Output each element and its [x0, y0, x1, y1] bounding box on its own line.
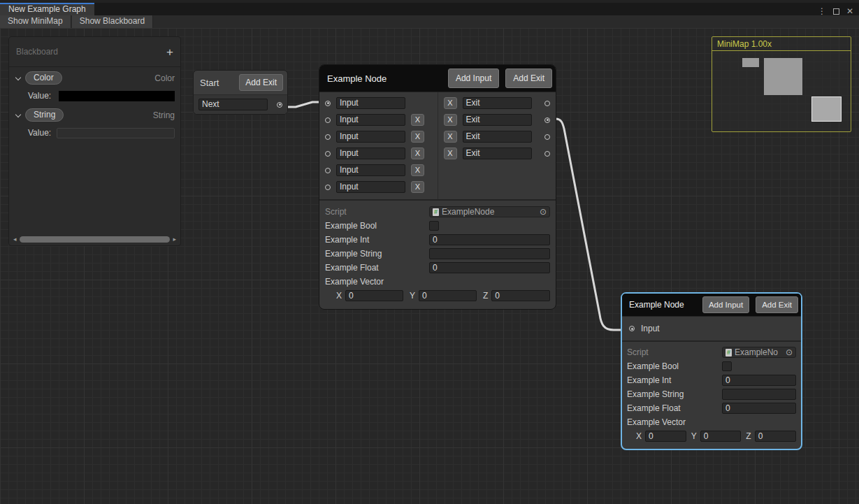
blackboard-panel[interactable]: Blackboard + Color Color Value: String S… [8, 36, 181, 246]
kebab-menu-icon[interactable]: ⋮ [818, 7, 826, 15]
add-input-button[interactable]: Add Input [702, 296, 749, 313]
bool-row: Example Bool [325, 219, 550, 233]
output-port[interactable] [544, 151, 550, 157]
script-object-name: ExampleNode [442, 207, 494, 217]
delete-exit-button[interactable]: X [444, 131, 457, 143]
add-exit-button[interactable]: Add Exit [505, 69, 552, 88]
tab-bar: New Example Graph ⋮ ✕ [0, 3, 859, 15]
exit-name-field[interactable]: Exit [463, 97, 532, 109]
show-minimap-button[interactable]: Show MiniMap [0, 15, 71, 28]
exit-name-field[interactable]: Exit [463, 147, 532, 159]
delete-input-button[interactable]: X [411, 181, 424, 193]
output-port[interactable] [544, 101, 550, 106]
delete-input-button[interactable]: X [411, 114, 424, 126]
object-picker-icon[interactable]: ⊙ [540, 208, 547, 216]
blackboard-horizontal-scrollbar[interactable]: ◂ ▸ [12, 236, 178, 243]
bool-checkbox[interactable] [429, 221, 439, 231]
vector-x-field[interactable]: 0 [345, 290, 403, 301]
vector-y-field[interactable]: 0 [419, 290, 477, 301]
input-port[interactable] [325, 168, 331, 173]
minimap-node-rect-start[interactable] [742, 58, 759, 67]
chevron-down-icon[interactable] [15, 111, 21, 117]
string-row: Example String [325, 247, 550, 261]
vector-z-field[interactable]: 0 [755, 431, 796, 442]
string-label: Example String [325, 249, 429, 259]
blackboard-string-value-row: Value: [9, 124, 180, 141]
exit-name-field[interactable]: Next [198, 99, 268, 110]
delete-exit-button[interactable]: X [444, 147, 457, 159]
scrollbar-thumb[interactable] [20, 236, 171, 243]
minimap-title: MiniMap 1.00x [712, 37, 851, 51]
exit-name-field[interactable]: Exit [463, 131, 532, 143]
delete-exit-button[interactable]: X [444, 97, 457, 109]
float-row: Example Float 0 [325, 261, 550, 275]
vector-z-field[interactable]: 0 [491, 290, 550, 301]
input-port[interactable] [325, 151, 331, 157]
input-port[interactable] [325, 134, 331, 140]
input-port[interactable] [629, 326, 635, 331]
output-port[interactable] [544, 117, 550, 123]
blackboard-add-button[interactable]: + [166, 46, 173, 58]
input-name-field[interactable]: Input [336, 181, 405, 193]
exit-name-field[interactable]: Exit [463, 114, 532, 126]
scroll-left-icon[interactable]: ◂ [12, 236, 18, 243]
blackboard-field-color[interactable]: Color Color [9, 69, 180, 87]
blackboard-field-name[interactable]: Color [25, 71, 62, 85]
input-port[interactable] [325, 117, 331, 123]
minimap-node-rect-node1[interactable] [764, 58, 802, 95]
delete-exit-button[interactable]: X [444, 114, 457, 126]
input-port[interactable] [325, 185, 331, 190]
string-field[interactable] [429, 248, 550, 259]
input-name-field[interactable]: Input [336, 97, 405, 109]
start-node[interactable]: Start Add Exit Next [193, 70, 288, 115]
minimap-panel[interactable]: MiniMap 1.00x [712, 36, 851, 132]
graph-canvas[interactable]: Blackboard + Color Color Value: String S… [0, 28, 859, 504]
input-name-field[interactable]: Input [336, 164, 405, 176]
script-object-field[interactable]: # ExampleNo ⊙ [722, 347, 796, 358]
delete-input-button[interactable]: X [411, 131, 424, 143]
string-value-field[interactable] [57, 128, 175, 138]
add-exit-button[interactable]: Add Exit [756, 296, 798, 313]
script-asset-icon: # [433, 208, 439, 216]
int-label: Example Int [325, 235, 429, 245]
close-icon[interactable]: ✕ [846, 7, 853, 15]
object-picker-icon[interactable]: ⊙ [786, 348, 793, 357]
maximize-icon[interactable] [833, 8, 839, 15]
bool-row: Example Bool [627, 359, 796, 373]
edge-node1-to-node2[interactable] [550, 119, 627, 330]
int-field[interactable]: 0 [722, 375, 796, 386]
input-name-field[interactable]: Input [336, 114, 405, 126]
blackboard-field-string[interactable]: String String [9, 106, 180, 124]
output-port[interactable] [544, 134, 550, 140]
vector-x-field[interactable]: 0 [645, 431, 686, 442]
add-input-button[interactable]: Add Input [448, 69, 499, 88]
example-node-1[interactable]: Example Node Add Input Add Exit Input In… [319, 64, 556, 310]
chevron-down-icon[interactable] [15, 74, 21, 80]
input-ports-column: Input Input X Input X Input X [319, 92, 438, 199]
edge-start-to-node1[interactable] [282, 102, 324, 107]
float-field[interactable]: 0 [722, 403, 796, 414]
example-node-2-selected[interactable]: Example Node Add Input Add Exit Input Sc… [621, 292, 802, 450]
float-field[interactable]: 0 [429, 262, 550, 273]
minimap-viewport[interactable] [712, 51, 851, 129]
color-swatch[interactable] [59, 91, 175, 101]
input-name-field[interactable]: Input [336, 131, 405, 143]
input-port[interactable] [325, 101, 331, 106]
blackboard-field-name[interactable]: String [25, 108, 64, 122]
bool-checkbox[interactable] [722, 361, 732, 371]
string-field[interactable] [722, 389, 796, 400]
int-field[interactable]: 0 [429, 234, 550, 245]
output-port[interactable] [277, 102, 282, 108]
delete-input-button[interactable]: X [411, 164, 424, 176]
input-port-row: Input X [325, 164, 432, 176]
delete-input-button[interactable]: X [411, 147, 424, 159]
scroll-right-icon[interactable]: ▸ [171, 236, 178, 243]
tab-new-example-graph[interactable]: New Example Graph [0, 3, 94, 15]
input-port-row: Input [325, 97, 432, 109]
input-name-field[interactable]: Input [336, 147, 405, 159]
show-blackboard-button[interactable]: Show Blackboard [72, 15, 153, 28]
minimap-node-rect-node2-selected[interactable] [811, 96, 842, 122]
script-object-field[interactable]: # ExampleNode ⊙ [429, 206, 550, 217]
vector-y-field[interactable]: 0 [700, 431, 742, 442]
add-exit-button[interactable]: Add Exit [239, 74, 283, 91]
